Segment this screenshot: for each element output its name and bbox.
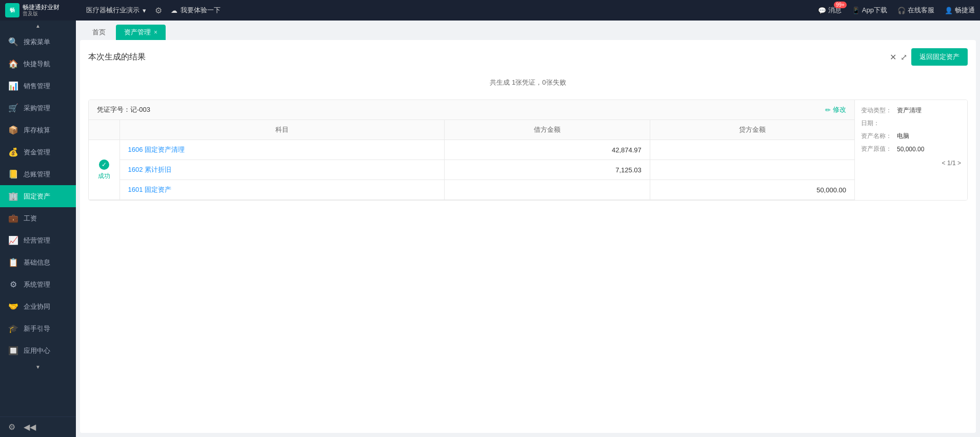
sidebar-item-purchase[interactable]: 🛒 采购管理 bbox=[0, 97, 76, 119]
sidebar: ▲ 🔍 搜索菜单 🏠 快捷导航 📊 销售管理 🛒 采购管理 📦 库存核算 💰 资… bbox=[0, 21, 76, 437]
sidebar-item-system[interactable]: ⚙ 系统管理 bbox=[0, 273, 76, 295]
sidebar-item-search[interactable]: 🔍 搜索菜单 bbox=[0, 31, 76, 53]
sidebar-item-label: 库存核算 bbox=[24, 126, 50, 135]
side-date-label: 日期： bbox=[861, 119, 897, 128]
tab-home-label: 首页 bbox=[92, 28, 106, 36]
credit-cell bbox=[650, 140, 854, 160]
collapse-sidebar-icon[interactable]: ◀◀ bbox=[24, 422, 36, 432]
side-asset-value-value: 50,000.00 bbox=[897, 146, 924, 153]
side-asset-value: 资产原值： 50,000.00 bbox=[861, 145, 961, 153]
next-page-button[interactable]: > bbox=[957, 160, 961, 167]
page-title: 本次生成的结果 bbox=[88, 52, 146, 63]
voucher-main: 凭证字号：记-003 ✏ 修改 科目 借方金额 bbox=[89, 100, 854, 200]
inventory-icon: 📦 bbox=[8, 125, 18, 135]
logo-subtitle: 普及版 bbox=[23, 11, 59, 17]
sidebar-item-operations[interactable]: 📈 经营管理 bbox=[0, 229, 76, 251]
success-icon: ✓ bbox=[99, 160, 109, 170]
sidebar-item-fixedasset[interactable]: 🏢 固定资产 bbox=[0, 185, 76, 207]
sidebar-item-payroll[interactable]: 💼 工资 bbox=[0, 207, 76, 229]
col-debit-header: 借方金额 bbox=[444, 120, 650, 140]
logo-area: 畅 畅捷通好业财 普及版 bbox=[5, 3, 81, 17]
search-icon: 🔍 bbox=[8, 37, 18, 47]
fixedasset-icon: 🏢 bbox=[8, 191, 18, 201]
purchase-icon: 🛒 bbox=[8, 103, 18, 113]
sidebar-item-appcenter[interactable]: 🔲 应用中心 bbox=[0, 340, 76, 362]
user-label: 畅捷通 bbox=[955, 6, 975, 15]
subject-link[interactable]: 1606 固定资产清理 bbox=[128, 146, 185, 153]
sidebar-item-inventory[interactable]: 📦 库存核算 bbox=[0, 119, 76, 141]
status-label: 成功 bbox=[98, 172, 110, 181]
online-service-button[interactable]: 🎧 在线客服 bbox=[897, 6, 934, 15]
sidebar-scroll-up[interactable]: ▲ bbox=[0, 21, 76, 31]
payroll-icon: 💼 bbox=[8, 213, 18, 223]
tab-asset-mgmt[interactable]: 资产管理 × bbox=[116, 25, 166, 40]
prev-page-button[interactable]: < bbox=[942, 160, 946, 167]
sidebar-item-finance[interactable]: 💰 资金管理 bbox=[0, 141, 76, 163]
message-icon: 💬 bbox=[818, 7, 826, 14]
sidebar-item-guide[interactable]: 🎓 新手引导 bbox=[0, 317, 76, 340]
sidebar-item-label: 搜索菜单 bbox=[24, 37, 50, 47]
chevron-down-icon: ▾ bbox=[143, 7, 146, 14]
top-header: 畅 畅捷通好业财 普及版 医疗器械行业演示 ▾ ⚙ ☁ 我要体验一下 💬 消息 … bbox=[0, 0, 980, 21]
edit-button[interactable]: ✏ 修改 bbox=[825, 105, 846, 114]
appcenter-icon: 🔲 bbox=[8, 346, 18, 355]
subject-cell: 1602 累计折旧 bbox=[119, 160, 444, 180]
sidebar-item-basics[interactable]: 📋 基础信息 bbox=[0, 251, 76, 273]
voucher-header-row: 凭证字号：记-003 ✏ 修改 bbox=[89, 100, 854, 120]
avatar: 👤 bbox=[945, 7, 953, 14]
tab-home[interactable]: 首页 bbox=[84, 25, 114, 40]
headset-icon: 🎧 bbox=[897, 7, 906, 14]
sidebar-item-ledger[interactable]: 📒 总账管理 bbox=[0, 163, 76, 185]
close-panel-icon[interactable]: ✕ bbox=[890, 52, 896, 62]
debit-cell bbox=[444, 180, 650, 200]
edit-icon: ✏ bbox=[825, 106, 831, 114]
table-row: 1602 累计折旧 7,125.03 bbox=[89, 160, 854, 180]
status-cell: ✓ 成功 bbox=[89, 140, 119, 200]
debit-cell: 42,874.97 bbox=[444, 140, 650, 160]
user-profile-button[interactable]: 👤 畅捷通 bbox=[945, 6, 975, 15]
side-asset-name: 资产名称： 电脑 bbox=[861, 132, 961, 141]
sidebar-scroll-down[interactable]: ▼ bbox=[0, 362, 76, 372]
voucher-side: 变动类型： 资产清理 日期： 资产名称： 电脑 资产原值： 50,000.00 bbox=[854, 100, 967, 200]
gear-icon[interactable]: ⚙ bbox=[151, 3, 166, 17]
sidebar-item-label: 采购管理 bbox=[24, 104, 50, 113]
return-button[interactable]: 返回固定资产 bbox=[911, 48, 968, 66]
page-info: 1/1 bbox=[947, 160, 957, 167]
result-summary: 共生成 1张凭证，0张失败 bbox=[88, 74, 968, 91]
tab-close-icon[interactable]: × bbox=[154, 29, 157, 36]
company-selector[interactable]: 医疗器械行业演示 ▾ bbox=[81, 6, 151, 15]
logo-title: 畅捷通好业财 bbox=[23, 4, 59, 11]
sidebar-item-label: 基础信息 bbox=[24, 258, 50, 267]
side-asset-name-value: 电脑 bbox=[897, 132, 909, 141]
sidebar-item-label: 系统管理 bbox=[24, 280, 50, 289]
message-button[interactable]: 💬 消息 99+ bbox=[818, 6, 842, 15]
experience-label: 我要体验一下 bbox=[181, 6, 221, 15]
expand-panel-icon[interactable]: ⤢ bbox=[901, 52, 907, 62]
logo-icon: 畅 bbox=[5, 3, 19, 17]
sidebar-item-label: 企业协同 bbox=[24, 302, 50, 311]
ledger-icon: 📒 bbox=[8, 169, 18, 179]
edit-label: 修改 bbox=[833, 105, 846, 114]
col-credit-header: 贷方金额 bbox=[650, 120, 854, 140]
subject-link[interactable]: 1602 累计折旧 bbox=[128, 166, 172, 173]
experience-button[interactable]: ☁ 我要体验一下 bbox=[166, 6, 226, 15]
side-asset-name-label: 资产名称： bbox=[861, 132, 897, 141]
home-icon: 🏠 bbox=[8, 59, 18, 69]
sidebar-item-sales[interactable]: 📊 销售管理 bbox=[0, 75, 76, 97]
settings-icon[interactable]: ⚙ bbox=[8, 422, 15, 432]
subject-cell: 1606 固定资产清理 bbox=[119, 140, 444, 160]
app-download-button[interactable]: 📱 App下载 bbox=[852, 6, 887, 15]
subject-cell: 1601 固定资产 bbox=[119, 180, 444, 200]
side-change-type-label: 变动类型： bbox=[861, 106, 897, 115]
sidebar-item-enterprise[interactable]: 🤝 企业协同 bbox=[0, 295, 76, 317]
sidebar-item-quicknav[interactable]: 🏠 快捷导航 bbox=[0, 53, 76, 75]
guide-icon: 🎓 bbox=[8, 324, 18, 333]
sidebar-item-label: 销售管理 bbox=[24, 82, 50, 91]
message-badge: 99+ bbox=[834, 2, 847, 8]
operations-icon: 📈 bbox=[8, 235, 18, 245]
side-change-type-value: 资产清理 bbox=[897, 106, 922, 115]
phone-icon: 📱 bbox=[852, 7, 860, 14]
basics-icon: 📋 bbox=[8, 257, 18, 267]
subject-link[interactable]: 1601 固定资产 bbox=[128, 186, 172, 193]
online-service-label: 在线客服 bbox=[908, 6, 934, 15]
